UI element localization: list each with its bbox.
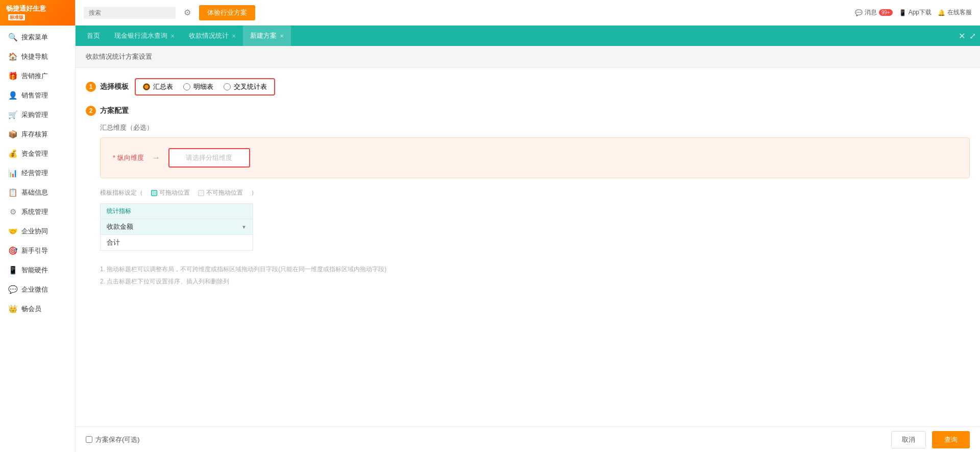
service-btn[interactable]: 🔔 在线客服 bbox=[938, 8, 972, 17]
sidebar-item-basic[interactable]: 📋基础信息 bbox=[0, 183, 75, 202]
top-header: ⚙ 体验行业方案 💬 消息 99+ 📱 App下载 🔔 在线客服 bbox=[76, 0, 980, 26]
basic-icon: 📋 bbox=[8, 188, 17, 197]
sidebar-item-label-member: 畅会员 bbox=[21, 304, 41, 314]
sidebar-item-inventory[interactable]: 📦库存核算 bbox=[0, 125, 75, 144]
dimension-select-btn[interactable]: 请选择分组维度 bbox=[168, 148, 250, 168]
sidebar-item-fund[interactable]: 💰资金管理 bbox=[0, 144, 75, 163]
metrics-table: 统计指标 收款金额 ▼ 合计 bbox=[100, 203, 253, 251]
radio-detail-input[interactable] bbox=[183, 83, 190, 90]
sidebar: 畅捷通好生意 标准版 🔍搜索菜单🏠快捷导航🎁营销推广👤销售管理🛒采购管理📦库存核… bbox=[0, 0, 76, 452]
sidebar-item-label-fund: 资金管理 bbox=[21, 149, 48, 158]
sidebar-item-label-guide: 新手引导 bbox=[21, 246, 48, 255]
radio-summary[interactable]: 汇总表 bbox=[143, 82, 173, 91]
metrics-cat-header: 统计指标 bbox=[101, 204, 253, 219]
main-area: ⚙ 体验行业方案 💬 消息 99+ 📱 App下载 🔔 在线客服 首页 现金银行… bbox=[76, 0, 980, 452]
step2-number: 2 bbox=[86, 106, 96, 116]
dimension-row: 纵向维度 → 请选择分组维度 bbox=[113, 148, 957, 168]
tab-newplan[interactable]: 新建方案 ✕ bbox=[243, 26, 291, 46]
drag-cannot-dot bbox=[198, 190, 204, 196]
purchase-icon: 🛒 bbox=[8, 110, 17, 120]
wechat-icon: 💬 bbox=[8, 285, 17, 294]
app-download-btn[interactable]: 📱 App下载 bbox=[899, 8, 932, 17]
drag-legend-close: ） bbox=[251, 188, 257, 197]
sidebar-item-label-marketing: 营销推广 bbox=[21, 72, 48, 81]
page-body: 收款情况统计方案设置 1 选择模板 汇总表 bbox=[76, 46, 980, 426]
version-badge: 标准版 bbox=[8, 14, 25, 20]
step2-title: 方案配置 bbox=[100, 106, 129, 115]
gear-button[interactable]: ⚙ bbox=[184, 8, 191, 17]
sidebar-item-label-sales: 销售管理 bbox=[21, 91, 48, 100]
tab-expand-btn[interactable]: ⤢ bbox=[969, 31, 976, 41]
vertical-dim-label: 纵向维度 bbox=[113, 153, 144, 162]
notification-btn[interactable]: 💬 消息 99+ bbox=[855, 8, 893, 17]
tab-bank[interactable]: 现金银行流水查询 ✕ bbox=[107, 26, 182, 46]
tab-home[interactable]: 首页 bbox=[80, 26, 107, 46]
tab-close-all-btn[interactable]: ✕ bbox=[959, 31, 965, 41]
hints-area: 1. 拖动标题栏可以调整布局，不可跨维度或指标区域拖动列目字段(只能在同一维度或… bbox=[100, 263, 970, 288]
drag-cannot-item: 不可拖动位置 bbox=[198, 188, 243, 197]
tab-home-label: 首页 bbox=[87, 31, 100, 40]
step2-header: 2 方案配置 bbox=[86, 106, 970, 116]
metrics-item-total: 合计 bbox=[101, 235, 253, 250]
dimension-arrow: → bbox=[152, 153, 160, 162]
dimension-area: 纵向维度 → 请选择分组维度 bbox=[100, 137, 970, 178]
radio-cross-input[interactable] bbox=[224, 83, 231, 90]
sidebar-item-sales[interactable]: 👤销售管理 bbox=[0, 86, 75, 105]
metrics-sub-label: 合计 bbox=[107, 238, 120, 247]
sidebar-item-label-inventory: 库存核算 bbox=[21, 130, 48, 139]
cancel-button[interactable]: 取消 bbox=[891, 431, 926, 448]
drag-cannot-label: 不可拖动位置 bbox=[206, 188, 243, 197]
template-select-box: 汇总表 明细表 交叉统计表 bbox=[135, 78, 275, 96]
chevron-down-icon[interactable]: ▼ bbox=[241, 224, 247, 230]
sidebar-item-guide[interactable]: 🎯新手引导 bbox=[0, 241, 75, 260]
hint1-text: 1. 拖动标题栏可以调整布局，不可跨维度或指标区域拖动列目字段(只能在同一维度或… bbox=[100, 263, 386, 275]
page-title: 收款情况统计方案设置 bbox=[76, 46, 980, 68]
radio-detail[interactable]: 明细表 bbox=[183, 82, 213, 91]
sidebar-item-label-search: 搜索菜单 bbox=[21, 33, 48, 42]
download-label: App下载 bbox=[909, 8, 932, 17]
notification-badge: 99+ bbox=[879, 9, 893, 16]
sidebar-item-wechat[interactable]: 💬企业微信 bbox=[0, 280, 75, 299]
sidebar-item-label-nav: 快捷导航 bbox=[21, 52, 48, 61]
save-plan-checkbox[interactable] bbox=[86, 436, 92, 443]
hint1: 1. 拖动标题栏可以调整布局，不可跨维度或指标区域拖动列目字段(只能在同一维度或… bbox=[100, 263, 970, 275]
sidebar-item-collab[interactable]: 🤝企业协同 bbox=[0, 222, 75, 241]
sidebar-item-operation[interactable]: 📊经营管理 bbox=[0, 163, 75, 183]
system-icon: ⚙ bbox=[8, 207, 17, 217]
metrics-item-amount[interactable]: 收款金额 ▼ bbox=[101, 219, 253, 235]
operation-icon: 📊 bbox=[8, 169, 17, 178]
radio-cross-label: 交叉统计表 bbox=[234, 82, 267, 91]
sidebar-item-hardware[interactable]: 📱智能硬件 bbox=[0, 260, 75, 280]
sidebar-item-marketing[interactable]: 🎁营销推广 bbox=[0, 66, 75, 86]
sidebar-item-purchase[interactable]: 🛒采购管理 bbox=[0, 105, 75, 125]
hardware-icon: 📱 bbox=[8, 266, 17, 275]
inventory-icon: 📦 bbox=[8, 130, 17, 139]
form-body: 1 选择模板 汇总表 明细表 bbox=[76, 68, 980, 308]
drag-can-item: 可拖动位置 bbox=[151, 188, 190, 197]
query-button[interactable]: 查询 bbox=[932, 431, 970, 448]
radio-cross[interactable]: 交叉统计表 bbox=[224, 82, 267, 91]
radio-summary-input[interactable] bbox=[143, 83, 150, 90]
step2-section: 2 方案配置 汇总维度（必选） 纵向维度 → 请选择分组维度 bbox=[86, 106, 970, 288]
trial-button[interactable]: 体验行业方案 bbox=[199, 5, 255, 20]
search-input[interactable] bbox=[84, 7, 176, 19]
radio-detail-label: 明细表 bbox=[193, 82, 213, 91]
tab-bar: 首页 现金银行流水查询 ✕ 收款情况统计 ✕ 新建方案 ✕ ✕ ⤢ bbox=[76, 26, 980, 46]
sales-icon: 👤 bbox=[8, 91, 17, 100]
tab-collection[interactable]: 收款情况统计 ✕ bbox=[182, 26, 243, 46]
save-plan-checkbox-label[interactable]: 方案保存(可选) bbox=[86, 435, 140, 444]
sidebar-item-label-basic: 基础信息 bbox=[21, 188, 48, 197]
metrics-item-amount-label: 收款金额 bbox=[107, 222, 133, 231]
sidebar-item-system[interactable]: ⚙系统管理 bbox=[0, 202, 75, 222]
sidebar-item-search[interactable]: 🔍搜索菜单 bbox=[0, 28, 75, 47]
sidebar-item-nav[interactable]: 🏠快捷导航 bbox=[0, 47, 75, 66]
marketing-icon: 🎁 bbox=[8, 72, 17, 81]
tab-newplan-close[interactable]: ✕ bbox=[280, 33, 284, 39]
sidebar-item-member[interactable]: 👑畅会员 bbox=[0, 299, 75, 319]
tab-collection-label: 收款情况统计 bbox=[189, 31, 229, 40]
tab-collection-close[interactable]: ✕ bbox=[232, 33, 236, 39]
save-plan-label: 方案保存(可选) bbox=[95, 435, 140, 444]
tab-bank-close[interactable]: ✕ bbox=[170, 33, 175, 39]
search-icon: 🔍 bbox=[8, 33, 17, 42]
tab-bank-label: 现金银行流水查询 bbox=[114, 31, 167, 40]
